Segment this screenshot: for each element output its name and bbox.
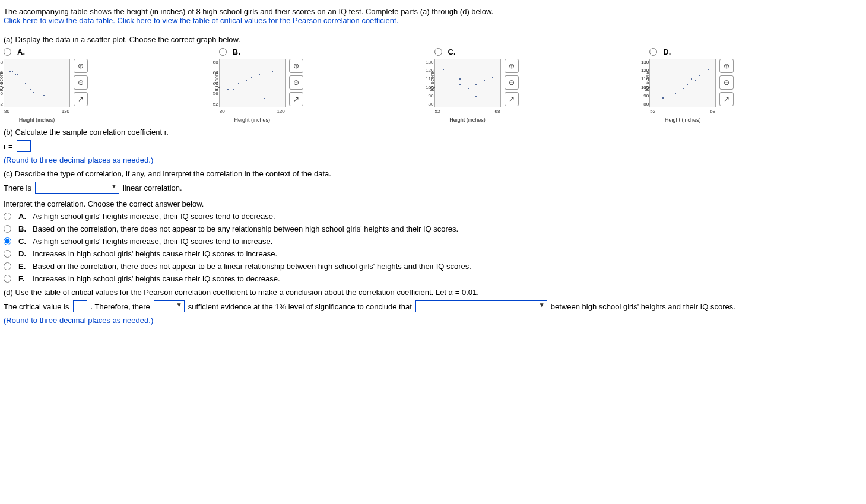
part-b-prompt: (b) Calculate the sample correlation coe… xyxy=(4,128,862,137)
popout-icon[interactable]: ↗ xyxy=(289,92,303,106)
option-c: C.IQ score13012011010090805268Height (in… xyxy=(434,47,648,123)
zoom-out-icon[interactable]: ⊖ xyxy=(74,75,88,90)
option-b-radio[interactable] xyxy=(219,48,227,56)
x-axis-label: Height (inches) xyxy=(665,117,701,123)
data-point xyxy=(259,74,260,75)
interp-radio-a[interactable] xyxy=(4,213,11,220)
zoom-out-icon[interactable]: ⊖ xyxy=(505,75,519,90)
zoom-out-icon[interactable]: ⊖ xyxy=(719,75,734,90)
data-point xyxy=(475,96,477,97)
interp-radio-e[interactable] xyxy=(4,262,11,270)
conclusion-select[interactable] xyxy=(415,300,547,312)
interp-label: D. xyxy=(18,249,28,258)
zoom-in-icon[interactable]: ⊕ xyxy=(719,59,734,73)
data-point xyxy=(227,89,229,90)
interp-label: C. xyxy=(18,237,28,246)
x-axis-label: Height (inches) xyxy=(234,117,270,123)
option-b-label: B. xyxy=(233,47,240,56)
interp-label: A. xyxy=(18,212,28,221)
part-a-prompt: (a) Display the data in a scatter plot. … xyxy=(4,35,862,44)
y-tick: 68 xyxy=(0,59,3,65)
critical-values-link[interactable]: Click here to view the table of critical… xyxy=(118,16,399,25)
part-c-block: (c) Describe the type of correlation, if… xyxy=(4,169,862,283)
data-table-link[interactable]: Click here to view the data table. xyxy=(4,16,115,25)
part-c-prompt: (c) Describe the type of correlation, if… xyxy=(4,169,862,178)
part-b-note: (Round to three decimal places as needed… xyxy=(4,156,862,164)
intro-block: The accompanying table shows the height … xyxy=(4,7,862,25)
x-tick: 80 xyxy=(4,109,9,114)
interp-label: F. xyxy=(18,274,28,283)
data-point xyxy=(695,80,696,81)
x-axis-label: Height (inches) xyxy=(19,117,55,123)
part-b-block: (b) Calculate the sample correlation coe… xyxy=(4,128,862,164)
y-tick: 110 xyxy=(424,76,434,81)
linear-corr-label: linear correlation. xyxy=(123,183,182,192)
data-point xyxy=(683,88,684,89)
data-point xyxy=(708,69,709,70)
y-tick: 90 xyxy=(639,93,649,99)
data-point xyxy=(43,95,45,96)
scatter-plot-c: IQ score13012011010090805268 xyxy=(434,59,501,107)
interp-text: As high school girls' heights increase, … xyxy=(33,237,272,246)
option-a-label: A. xyxy=(17,47,25,56)
interp-option-f: F.Increases in high school girls' height… xyxy=(4,274,862,283)
interp-text: Based on the correlation, there does not… xyxy=(33,224,458,233)
x-tick: 130 xyxy=(62,109,69,114)
popout-icon[interactable]: ↗ xyxy=(74,92,88,106)
interp-option-a: A.As high school girls' heights increase… xyxy=(4,212,862,221)
interp-option-b: B.Based on the correlation, there does n… xyxy=(4,224,862,233)
data-point xyxy=(459,84,461,85)
critical-value-input[interactable] xyxy=(73,300,87,312)
interp-radio-d[interactable] xyxy=(4,250,11,258)
part-d-note: (Round to three decimal places as needed… xyxy=(4,316,862,325)
popout-icon[interactable]: ↗ xyxy=(719,92,734,106)
data-point xyxy=(468,88,469,89)
is-isnot-select[interactable] xyxy=(154,300,185,312)
option-c-radio[interactable] xyxy=(434,48,442,56)
zoom-in-icon[interactable]: ⊕ xyxy=(289,59,303,73)
option-d: D.IQ score13012011010090805268Height (in… xyxy=(649,47,862,123)
data-point xyxy=(475,84,477,85)
y-tick: 80 xyxy=(639,102,649,107)
interp-radio-f[interactable] xyxy=(4,275,11,283)
zoom-in-icon[interactable]: ⊕ xyxy=(74,59,88,73)
r-input[interactable] xyxy=(17,140,31,152)
y-tick: 64 xyxy=(209,70,218,75)
option-d-radio[interactable] xyxy=(649,48,657,56)
crit-val-pre: The critical value is xyxy=(4,302,69,311)
x-tick: 130 xyxy=(277,109,284,114)
interp-text: Based on the correlation, there does not… xyxy=(33,262,471,271)
x-tick: 68 xyxy=(710,109,715,114)
y-tick: 130 xyxy=(639,59,649,65)
data-point xyxy=(691,78,692,80)
interp-radio-b[interactable] xyxy=(4,225,11,233)
zoom-out-icon[interactable]: ⊖ xyxy=(289,75,303,90)
y-tick: 90 xyxy=(424,93,434,99)
y-tick: 130 xyxy=(424,59,434,65)
data-point xyxy=(30,89,31,90)
correlation-type-select[interactable] xyxy=(35,182,119,194)
therefore-label: . Therefore, there xyxy=(91,302,150,311)
option-a-radio[interactable] xyxy=(4,48,11,56)
data-point xyxy=(492,77,493,78)
popout-icon[interactable]: ↗ xyxy=(505,92,519,106)
scatter-plot-d: IQ score13012011010090805268 xyxy=(649,59,716,107)
y-tick: 52 xyxy=(0,102,3,107)
y-tick: 56 xyxy=(209,91,218,96)
data-point xyxy=(238,83,239,84)
interp-text: As high school girls' heights increase, … xyxy=(33,212,275,221)
divider-top xyxy=(4,30,862,30)
data-point xyxy=(25,83,26,84)
r-label: r = xyxy=(4,142,13,151)
interp-text: Increases in high school girls' heights … xyxy=(33,249,277,258)
interp-radio-c[interactable] xyxy=(4,237,11,245)
y-tick: 64 xyxy=(0,70,3,75)
x-tick: 52 xyxy=(650,109,655,114)
scatter-plot-a: IQ score686460565280130 xyxy=(4,59,70,107)
x-tick: 80 xyxy=(220,109,225,114)
zoom-in-icon[interactable]: ⊕ xyxy=(505,59,519,73)
interp-option-e: E.Based on the correlation, there does n… xyxy=(4,262,862,271)
y-tick: 110 xyxy=(639,76,649,81)
part-d-block: (d) Use the table of critical values for… xyxy=(4,288,862,325)
data-point xyxy=(15,74,16,75)
